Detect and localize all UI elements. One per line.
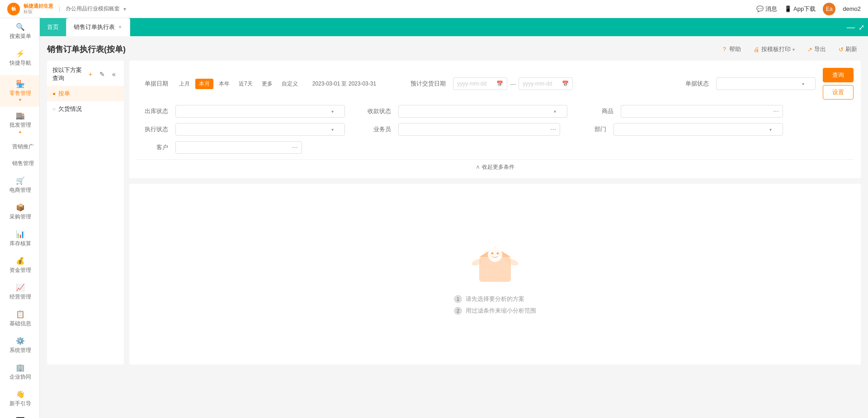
date-tabs: 上月 本月 本年 近7天 更多 自定义 — [175, 79, 302, 89]
sidebar-item-label-operations: 经营管理 — [9, 293, 31, 301]
scheme-item-1[interactable]: ○ 欠货情况 — [47, 101, 124, 117]
collapse-panel-btn[interactable]: « — [109, 70, 118, 79]
sidebar-item-finance[interactable]: 💰 资金管理 — [0, 252, 39, 279]
settings-btn[interactable]: 设置 — [823, 85, 854, 100]
collapse-bar[interactable]: ∧ 收起更多条件 — [137, 159, 854, 171]
page-title: 销售订单执行表(按单) — [47, 44, 126, 55]
sidebar-item-search[interactable]: 🔍 搜索菜单 — [0, 18, 39, 45]
filter-row-4: 客户 ··· — [137, 141, 854, 154]
app-title: 畅捷通好生意 — [24, 3, 53, 9]
date-tab-thisyear[interactable]: 本年 — [215, 79, 233, 89]
shipment-select[interactable]: ▾ — [175, 105, 345, 118]
avatar[interactable]: Ea — [823, 3, 835, 15]
sidebar-subitem-sales[interactable]: 销售管理 — [5, 155, 39, 172]
payment-dropdown-icon: ▾ — [554, 109, 556, 114]
sidebar-item-label-purchase: 采购管理 — [9, 213, 31, 221]
date-tab-lastmonth[interactable]: 上月 — [175, 79, 193, 89]
search-icon: 🔍 — [16, 23, 25, 31]
goods-dots-icon: ··· — [773, 107, 779, 115]
query-btn[interactable]: 查询 — [823, 68, 854, 82]
help-btn[interactable]: ？ 帮助 — [718, 43, 745, 55]
left-panel-title: 按以下方案查询 — [52, 66, 86, 82]
expected-date-from[interactable]: yyyy-mm-dd 📅 — [453, 77, 507, 90]
breadcrumb-dropdown-icon[interactable]: ▾ — [123, 6, 126, 12]
finance-icon: 💰 — [16, 256, 25, 265]
sidebar-item-basics[interactable]: 📋 基础信息 — [0, 305, 39, 332]
sidebar-subitem-marketing[interactable]: 营销推广 — [5, 138, 39, 155]
username: demo2 — [843, 5, 861, 12]
edit-scheme-btn[interactable]: ✎ — [98, 70, 107, 79]
empty-hint-1: 1 请先选择要分析的方案 — [454, 295, 536, 303]
filter-row-date: 单据日期 上月 本月 本年 近7天 更多 自定义 2023-03-01 至 20… — [137, 68, 854, 100]
newuser-icon: 👋 — [16, 390, 25, 399]
retail-icon: 🏪 — [16, 80, 25, 88]
sidebar-item-label-system: 系统管理 — [9, 347, 31, 354]
tab-active-label: 销售订单执行表 — [74, 23, 115, 31]
maximize-icon[interactable]: ⤢ — [859, 23, 864, 32]
sidebar-item-wholesale[interactable]: 🏬 批发管理 ▴ — [0, 107, 39, 138]
refresh-btn[interactable]: ↺ 刷新 — [835, 43, 861, 55]
sidebar-item-retail[interactable]: 🏪 零售管理 ▾ — [0, 75, 39, 107]
hint-text-1: 请先选择要分析的方案 — [466, 295, 524, 303]
date-tab-custom[interactable]: 自定义 — [278, 79, 302, 89]
app-download-action[interactable]: 📱 App下载 — [784, 5, 816, 13]
app-download-icon: 📱 — [784, 5, 792, 12]
scheme-item-label-1: 欠货情况 — [58, 105, 82, 113]
sidebar-item-label-wholesale: 批发管理 — [9, 121, 31, 129]
scheme-item-label-0: 按单 — [58, 90, 70, 98]
sidebar-item-quicknav[interactable]: ⚡ 快捷导航 — [0, 45, 39, 71]
date-tab-more[interactable]: 更多 — [258, 79, 276, 89]
export-icon: ↗ — [807, 46, 812, 53]
date-to-placeholder: yyyy-mm-dd — [523, 81, 552, 87]
message-action[interactable]: 💬 消息 — [756, 5, 777, 13]
date-tab-thismonth[interactable]: 本月 — [195, 79, 213, 89]
exec-select[interactable]: ▾ — [175, 123, 345, 136]
sidebar-item-operations[interactable]: 📈 经营管理 — [0, 279, 39, 305]
print-icon: 🖨 — [754, 46, 760, 53]
query-settings-btns: 查询 设置 — [823, 68, 854, 100]
salesman-input[interactable]: ··· — [398, 123, 561, 136]
empty-hint-2: 2 用过滤条件来缩小分析范围 — [454, 307, 536, 315]
payment-select[interactable]: ▾ — [398, 105, 568, 118]
expected-date-to[interactable]: yyyy-mm-dd 📅 — [519, 77, 573, 90]
logo-icon: 畅 — [7, 3, 20, 15]
print-btn[interactable]: 🖨 按模板打印 ▾ — [750, 43, 798, 55]
calendar-from-icon: 📅 — [496, 81, 503, 87]
print-dropdown-icon: ▾ — [793, 47, 795, 52]
sidebar-item-ecommerce[interactable]: 🛒 电商管理 — [0, 172, 39, 199]
date-separator: — — [510, 81, 516, 87]
tab-active[interactable]: 销售订单执行表 × — [66, 18, 130, 37]
sidebar-item-purchase[interactable]: 📦 采购管理 — [0, 199, 39, 225]
title-actions: ？ 帮助 🖨 按模板打印 ▾ ↗ 导出 ↺ 刷新 — [718, 43, 861, 55]
customer-label: 客户 — [137, 143, 168, 152]
wholesale-icon: 🏬 — [16, 111, 25, 120]
scheme-item-0[interactable]: ● 按单 — [47, 86, 124, 101]
customer-input[interactable]: ··· — [175, 141, 302, 154]
sidebar-item-label-enterprise: 企业协同 — [9, 373, 31, 381]
sidebar-item-enterprise[interactable]: 🏢 企业协同 — [0, 359, 39, 385]
sidebar-item-newuser[interactable]: 👋 新手引导 — [0, 385, 39, 412]
operations-icon: 📈 — [16, 283, 25, 292]
sidebar-item-system[interactable]: ⚙️ 系统管理 — [0, 332, 39, 359]
empty-svg — [468, 230, 522, 284]
tab-bar-right: — ⤢ — [843, 18, 868, 36]
status-select[interactable]: ▾ — [716, 77, 816, 90]
hint-num-1: 1 — [454, 295, 462, 303]
sidebar-item-apps[interactable]: 🔲 应用中心 — [0, 412, 39, 418]
date-tab-7days[interactable]: 近7天 — [235, 79, 256, 89]
salesman-label: 业务员 — [359, 125, 391, 133]
svg-point-3 — [491, 252, 494, 255]
minimize-icon[interactable]: — — [847, 23, 855, 32]
top-header: 畅 畅捷通好生意 标版 | 办公用品行业模拟账套 ▾ 💬 消息 📱 App下载 … — [0, 0, 868, 18]
tab-home[interactable]: 首页 — [40, 18, 66, 36]
add-scheme-btn[interactable]: + — [86, 70, 95, 79]
left-panel-actions: + ✎ « — [86, 70, 118, 79]
export-btn[interactable]: ↗ 导出 — [804, 43, 830, 55]
department-label: 部门 — [575, 125, 606, 133]
goods-input[interactable]: ··· — [621, 105, 783, 118]
department-select[interactable]: ▾ — [613, 123, 783, 136]
purchase-icon: 📦 — [16, 203, 25, 212]
help-icon: ？ — [722, 45, 727, 53]
sidebar-item-inventory[interactable]: 📊 库存核算 — [0, 225, 39, 252]
tab-close-icon[interactable]: × — [118, 23, 123, 31]
